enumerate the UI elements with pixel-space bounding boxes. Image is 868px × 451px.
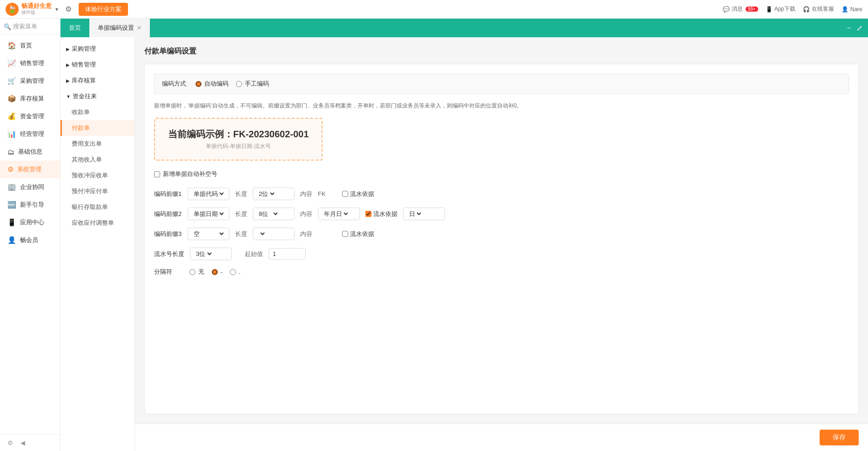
- sub-item-receipt[interactable]: 收款单: [61, 104, 135, 120]
- manual-code-radio[interactable]: 手工编码: [236, 80, 269, 88]
- trial-button[interactable]: 体验行业方案: [79, 3, 128, 16]
- prefix1-len-label: 长度: [235, 190, 247, 198]
- prefix1-select[interactable]: 单据代码 单据日期 部门 业务员 空: [188, 188, 229, 200]
- sub-group-capital[interactable]: ▼ 资金往来: [61, 88, 135, 104]
- prefix2-len-input[interactable]: 4位 6位 8位 10位: [257, 210, 279, 218]
- message-button[interactable]: 💬 消息 99+: [723, 5, 758, 13]
- tab-close-icon[interactable]: ✕: [137, 25, 141, 31]
- sidebar-label-finance: 资金管理: [20, 112, 44, 121]
- app-download-button[interactable]: 📱 App下载: [766, 5, 795, 13]
- sub-group-purchase[interactable]: ▶ 采购管理: [61, 41, 135, 57]
- sidebar-item-sales[interactable]: 📈 销售管理: [0, 54, 60, 72]
- prefix2-len-select[interactable]: 4位 6位 8位 10位: [253, 208, 295, 220]
- start-value-label: 起始值: [245, 250, 263, 258]
- auto-code-radio[interactable]: 自动编码: [195, 80, 229, 88]
- sep-none-radio[interactable]: 无: [189, 268, 204, 276]
- sidebar-footer: ⚙ ◀: [0, 434, 60, 451]
- sidebar-item-apps[interactable]: 📱 应用中心: [0, 214, 60, 231]
- sub-item-payment[interactable]: 付款单: [61, 120, 135, 136]
- sidebar-label-base: 基础信息: [18, 148, 42, 156]
- prefix2-content-input[interactable]: 年月日 年月 年: [322, 210, 350, 218]
- sep-dot-input[interactable]: [230, 269, 236, 275]
- manual-code-input[interactable]: [236, 81, 242, 87]
- prefix1-waterfall-check[interactable]: 流水依据: [342, 190, 374, 198]
- sidebar-item-member[interactable]: 👤 畅会员: [0, 231, 60, 249]
- sidebar-item-inventory[interactable]: 📦 库存核算: [0, 90, 60, 108]
- prefix3-len-select[interactable]: [253, 228, 295, 240]
- online-service-button[interactable]: 🎧 在线客服: [803, 5, 834, 13]
- prefix2-select-input[interactable]: 单据代码 单据日期 部门 业务员 空: [192, 210, 225, 218]
- sub-group-inventory[interactable]: ▶ 库存核算: [61, 73, 135, 88]
- sub-item-income[interactable]: 其他收入单: [61, 152, 135, 168]
- sidebar-item-system[interactable]: ⚙ 系统管理: [0, 161, 60, 178]
- prefix2-waterfall-input[interactable]: [365, 211, 371, 217]
- sep-hyphen-label: -: [221, 269, 222, 276]
- search-menu-button[interactable]: 🔍 搜索菜单: [0, 19, 60, 35]
- footer-collapse-icon[interactable]: ◀: [20, 439, 25, 446]
- prefix3-waterfall-check[interactable]: 流水依据: [342, 230, 374, 238]
- prefix2-row: 编码前缀2 单据代码 单据日期 部门 业务员 空 长度: [154, 208, 849, 220]
- sep-hyphen-input[interactable]: [212, 269, 218, 275]
- tab-minimize-icon[interactable]: －: [845, 23, 853, 33]
- auto-code-input[interactable]: [195, 81, 202, 87]
- base-icon: 🗂: [7, 148, 14, 156]
- sidebar-item-enterprise[interactable]: 🏢 企业协同: [0, 178, 60, 196]
- prefix3-select[interactable]: 单据代码 单据日期 部门 业务员 空: [188, 228, 229, 240]
- sidebar-item-guide[interactable]: 🆕 新手引导: [0, 196, 60, 214]
- sidebar-item-home[interactable]: 🏠 首页: [0, 37, 60, 54]
- auto-fill-check-row[interactable]: 新增单据自动补空号: [154, 170, 849, 178]
- prefix3-select-input[interactable]: 单据代码 单据日期 部门 业务员 空: [192, 230, 225, 238]
- save-button[interactable]: 保存: [820, 430, 859, 445]
- serial-len-select[interactable]: 3位 4位 5位 6位: [190, 248, 232, 260]
- sub-group-sales[interactable]: ▶ 销售管理: [61, 57, 135, 73]
- prefix1-select-input[interactable]: 单据代码 单据日期 部门 业务员 空: [192, 190, 225, 198]
- prefix1-len-select[interactable]: 2位 4位: [253, 188, 295, 200]
- prefix2-content-select[interactable]: 年月日 年月 年: [318, 208, 360, 220]
- sidebar-item-finance[interactable]: 💰 资金管理: [0, 108, 60, 125]
- prefix1-waterfall-input[interactable]: [342, 191, 348, 197]
- preview-code: 当前编码示例：FK-20230602-001: [168, 128, 309, 141]
- preview-label: 单据代码-单据日期-流水号: [168, 142, 309, 150]
- coding-method-label: 编码方式: [162, 80, 186, 88]
- prefix1-len-input[interactable]: 2位 4位: [257, 190, 276, 198]
- prefix2-unit-input[interactable]: 日 月 年: [407, 210, 423, 218]
- user-menu[interactable]: 👤 Nare: [841, 6, 862, 13]
- page-content: 付款单编码设置 编码方式 自动编码: [135, 37, 868, 424]
- start-value-input[interactable]: [269, 248, 306, 260]
- prefix2-label: 编码前缀2: [154, 210, 182, 218]
- sidebar-item-base[interactable]: 🗂 基础信息: [0, 143, 60, 161]
- auto-fill-label: 新增单据自动补空号: [163, 170, 217, 178]
- prefix3-len-input[interactable]: [257, 230, 266, 238]
- serial-len-input[interactable]: 3位 4位 5位 6位: [194, 250, 213, 258]
- headset-icon: 🎧: [803, 6, 810, 13]
- prefix3-row: 编码前缀3 单据代码 单据日期 部门 业务员 空 长度: [154, 228, 849, 240]
- sub-item-prepay-recv[interactable]: 预收冲应收单: [61, 168, 135, 183]
- chevron-down-icon: ▼: [66, 94, 71, 99]
- footer-settings-icon[interactable]: ⚙: [7, 439, 13, 446]
- auto-fill-checkbox[interactable]: [154, 171, 160, 177]
- sub-item-bank[interactable]: 银行存取款单: [61, 199, 135, 215]
- prefix2-select[interactable]: 单据代码 单据日期 部门 业务员 空: [188, 208, 229, 220]
- sub-item-adjust[interactable]: 应收应付调整单: [61, 215, 135, 231]
- user-avatar: 👤: [841, 6, 848, 13]
- sep-hyphen-radio[interactable]: -: [212, 269, 222, 276]
- sub-item-expense[interactable]: 费用支出单: [61, 136, 135, 152]
- tab-home[interactable]: 首页: [61, 19, 89, 37]
- tab-maximize-icon[interactable]: ⤢: [856, 24, 862, 33]
- settings-icon[interactable]: ⚙: [62, 3, 75, 16]
- sub-group-sales-label: 销售管理: [72, 61, 96, 69]
- sidebar-item-purchase[interactable]: 🛒 采购管理: [0, 72, 60, 90]
- prefix2-unit-select[interactable]: 日 月 年: [403, 208, 445, 220]
- download-label: App下载: [774, 5, 795, 13]
- expand-button[interactable]: ▾: [55, 6, 58, 13]
- prefix3-waterfall-input[interactable]: [342, 231, 348, 237]
- finance-icon: 💰: [7, 112, 16, 121]
- top-bar: 🍃 畅通好生意 插件版 ▾ ⚙ 体验行业方案 💬 消息 99+ 📱 App下载 …: [0, 0, 868, 19]
- sep-dot-radio[interactable]: .: [230, 269, 241, 276]
- inventory-icon: 📦: [7, 94, 16, 103]
- sub-item-prepay-pay[interactable]: 预付冲应付单: [61, 183, 135, 199]
- sidebar-item-operations[interactable]: 📊 经营管理: [0, 125, 60, 143]
- prefix2-waterfall-check[interactable]: 流水依据: [365, 210, 397, 218]
- sep-none-input[interactable]: [189, 269, 195, 275]
- tab-encode-setting[interactable]: 单据编码设置 ✕: [89, 19, 150, 37]
